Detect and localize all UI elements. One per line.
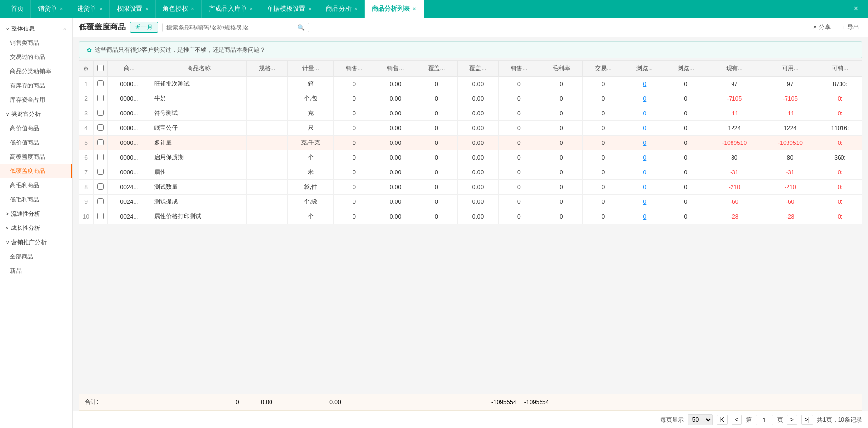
sidebar-item-capital-usage[interactable]: 库存资金占用 (0, 93, 72, 107)
close-icon[interactable]: × (145, 6, 148, 12)
row-checkbox[interactable] (94, 77, 108, 91)
row-checkbox[interactable] (94, 165, 108, 180)
first-page-button[interactable]: K (717, 415, 728, 425)
sidebar-item-high-gross[interactable]: 高毛利商品 (0, 178, 72, 193)
sidebar-item-category-turnover[interactable]: 商品分类动销率 (0, 64, 72, 79)
row-sales-other: 0 (498, 195, 540, 209)
last-page-button[interactable]: >| (801, 415, 813, 425)
next-page-button[interactable]: > (787, 415, 797, 425)
sidebar-section-flow[interactable]: > 流通性分析 (0, 207, 72, 221)
row-coverage1: 0 (416, 195, 457, 209)
col-browse2: 浏览... (665, 61, 706, 77)
row-browse2: 0 (665, 106, 706, 121)
nav-purchase-order[interactable]: 进货单 × (70, 0, 109, 18)
row-checkbox[interactable] (94, 150, 108, 165)
row-gross-margin: 0 (540, 136, 583, 150)
row-sales-other: 0 (498, 180, 540, 195)
row-gross-margin: 0 (540, 121, 583, 136)
sidebar-section-growth[interactable]: > 成长性分析 (0, 221, 72, 235)
close-icon[interactable]: × (191, 6, 194, 12)
row-code: 0024... (108, 195, 151, 209)
sidebar-item-traded-goods[interactable]: 交易过的商品 (0, 50, 72, 64)
nav-permission-settings[interactable]: 权限设置 × (110, 0, 156, 18)
row-name: 测试提成 (151, 195, 246, 209)
sidebar-item-sales-goods[interactable]: 销售类商品 (0, 36, 72, 50)
row-browse1[interactable]: 0 (624, 209, 665, 224)
row-spec (246, 180, 288, 195)
close-icon[interactable]: × (99, 6, 102, 12)
col-checkbox[interactable] (94, 61, 108, 77)
sidebar-section-overall[interactable]: ∨ 整体信息 « (0, 22, 72, 36)
row-checkbox[interactable] (94, 180, 108, 195)
col-settings[interactable]: ⚙ (79, 61, 94, 77)
close-icon[interactable]: × (413, 6, 416, 12)
close-icon[interactable]: × (308, 6, 311, 12)
search-input[interactable] (166, 24, 296, 31)
row-available: -7105 (762, 91, 818, 106)
col-current-stock: 现有... (706, 61, 762, 77)
row-checkbox[interactable] (94, 136, 108, 150)
period-button[interactable]: 近一月 (130, 22, 158, 33)
close-icon[interactable]: × (354, 6, 357, 12)
row-transaction: 0 (583, 165, 624, 180)
row-code: 0024... (108, 209, 151, 224)
select-all-checkbox[interactable] (97, 65, 104, 71)
close-all-button[interactable]: × (848, 4, 864, 13)
nav-template-settings[interactable]: 单据模板设置 × (260, 0, 319, 18)
row-checkbox[interactable] (94, 195, 108, 209)
row-sales-other: 0 (498, 121, 540, 136)
close-icon[interactable]: × (250, 6, 253, 12)
sidebar-item-high-coverage[interactable]: 高覆盖度商品 (0, 150, 72, 164)
sidebar-item-new-goods[interactable]: 新品 (0, 264, 72, 278)
row-browse1[interactable]: 0 (624, 136, 665, 150)
row-browse1[interactable]: 0 (624, 91, 665, 106)
row-sales-amt: 0.00 (375, 136, 416, 150)
nav-product-stock[interactable]: 产成品入库单 × (202, 0, 260, 18)
sidebar-item-low-gross[interactable]: 低毛利商品 (0, 193, 72, 207)
page-number-input[interactable] (756, 415, 773, 425)
sidebar-item-all-goods[interactable]: 全部商品 (0, 250, 72, 264)
nav-role-auth[interactable]: 角色授权 × (156, 0, 201, 18)
row-browse1[interactable]: 0 (624, 150, 665, 165)
row-sales-qty: 0 (333, 106, 375, 121)
row-checkbox[interactable] (94, 91, 108, 106)
prev-page-button[interactable]: < (732, 415, 742, 425)
row-browse1[interactable]: 0 (624, 195, 665, 209)
sidebar-item-low-value[interactable]: 低价值商品 (0, 136, 72, 150)
sidebar-item-high-value[interactable]: 高价值商品 (0, 121, 72, 136)
export-button[interactable]: ↓ 导出 (840, 22, 862, 32)
row-code: 0000... (108, 165, 151, 180)
row-browse1[interactable]: 0 (624, 121, 665, 136)
row-checkbox[interactable] (94, 209, 108, 224)
row-checkbox[interactable] (94, 121, 108, 136)
row-sellable: 0: (818, 165, 862, 180)
row-browse1[interactable]: 0 (624, 106, 665, 121)
nav-product-analysis-list[interactable]: 商品分析列表 × (365, 0, 423, 18)
row-unit: 个,包 (288, 91, 334, 106)
sidebar-item-low-coverage[interactable]: 低覆盖度商品 (0, 164, 72, 178)
col-gross-margin: 毛利率 (540, 61, 583, 77)
row-checkbox[interactable] (94, 106, 108, 121)
collapse-sidebar-icon[interactable]: « (63, 26, 66, 32)
share-button[interactable]: ↗ 分享 (809, 22, 834, 32)
row-available: -60 (762, 195, 818, 209)
row-browse1[interactable]: 0 (624, 180, 665, 195)
row-browse2: 0 (665, 136, 706, 150)
nav-home[interactable]: 首页 (4, 0, 31, 18)
sidebar-item-in-stock-goods[interactable]: 有库存的商品 (0, 79, 72, 93)
per-page-select[interactable]: 50 100 (688, 414, 713, 425)
row-number: 5 (79, 136, 94, 150)
nav-sales-order[interactable]: 销货单 × (31, 0, 70, 18)
sidebar-section-wealth[interactable]: ∨ 类财富分析 (0, 107, 72, 121)
sidebar-section-marketing[interactable]: ∨ 营销推广分析 (0, 235, 72, 250)
nav-product-analysis[interactable]: 商品分析 × (319, 0, 365, 18)
col-sellable: 可销... (818, 61, 862, 77)
col-sales-amt: 销售... (375, 61, 416, 77)
row-browse1[interactable]: 0 (624, 77, 665, 91)
row-unit: 箱 (288, 77, 334, 91)
close-icon[interactable]: × (60, 6, 63, 12)
row-gross-margin: 0 (540, 165, 583, 180)
row-sales-amt: 0.00 (375, 195, 416, 209)
row-code: 0000... (108, 150, 151, 165)
row-browse1[interactable]: 0 (624, 165, 665, 180)
